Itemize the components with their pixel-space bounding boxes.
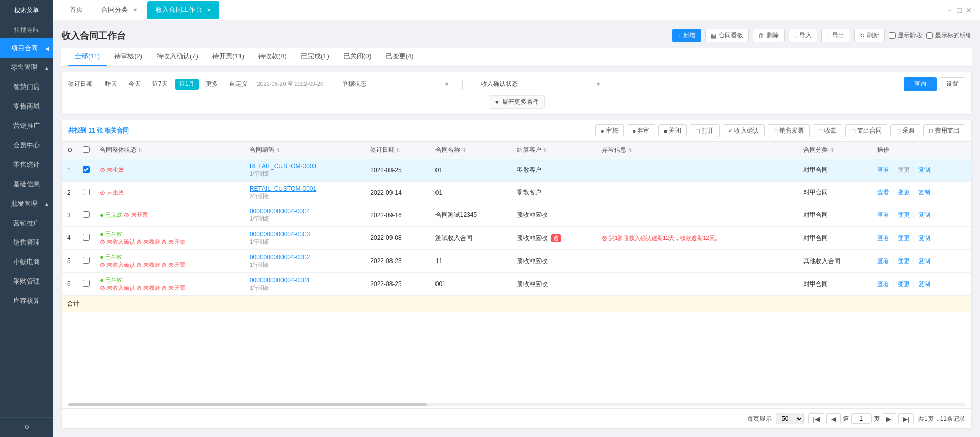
row1-view-btn[interactable]: 查看	[877, 166, 889, 173]
income-confirm-select[interactable]: ▼	[522, 79, 614, 90]
row3-change-btn[interactable]: 变更	[898, 211, 910, 218]
row1-select[interactable]	[83, 166, 90, 173]
date-option-yesterday[interactable]: 昨天	[101, 79, 121, 90]
horizontal-scrollbar[interactable]	[68, 403, 965, 406]
col-exception-header[interactable]: 异常信息	[597, 142, 798, 159]
row1-code-link[interactable]: RETAIL_CUSTOM-0003	[250, 163, 360, 170]
page-first-btn[interactable]: |◀	[808, 413, 824, 424]
sidebar-search[interactable]: 搜索菜单	[0, 0, 53, 21]
row5-view-btn[interactable]: 查看	[877, 257, 889, 265]
sidebar-item-marketing2[interactable]: 营销推广	[0, 213, 53, 233]
purchase-btn[interactable]: ◻ 采购	[890, 124, 920, 137]
col-category-header[interactable]: 合同分类	[798, 142, 872, 159]
status-tab-pending-payment[interactable]: 待收款(8)	[251, 48, 294, 66]
page-prev-btn[interactable]: ◀	[826, 413, 841, 424]
sidebar-item-wholesale-mgmt[interactable]: 批发管理 ▲	[0, 194, 53, 213]
status-tab-all[interactable]: 全部(11)	[68, 48, 107, 66]
sidebar-item-sales-mgmt[interactable]: 销售管理	[0, 233, 53, 252]
row2-copy-btn[interactable]: 复制	[918, 189, 930, 196]
sidebar-item-member[interactable]: 会员中心	[0, 136, 53, 155]
expand-more-btn[interactable]: ▼ 展开更多条件	[489, 95, 545, 109]
tab-contract-type-close[interactable]: ✕	[133, 7, 137, 13]
col-code-header[interactable]: 合同编码	[245, 142, 365, 159]
row2-code-link[interactable]: RETAIL_CUSTOM-0001	[250, 185, 360, 192]
sidebar-item-marketing[interactable]: 营销推广	[0, 116, 53, 136]
status-tab-closed[interactable]: 已关闭(0)	[336, 48, 379, 66]
sidebar-settings[interactable]: ⚙	[0, 417, 53, 437]
row3-code-link[interactable]: 0000000000004-0004	[250, 208, 360, 215]
expense-out-btn[interactable]: ◻ 费用支出	[923, 124, 965, 137]
tab-home[interactable]: 首页	[61, 1, 91, 19]
sidebar-item-retail-mgmt[interactable]: 零售管理 ▲	[0, 58, 53, 77]
query-button[interactable]: 查询	[904, 77, 937, 91]
review-btn[interactable]: ● 审核	[595, 124, 624, 137]
row5-select[interactable]	[83, 257, 90, 264]
date-option-custom[interactable]: 自定义	[225, 79, 252, 90]
sidebar-item-smart-store[interactable]: 智慧门店	[0, 77, 53, 97]
refresh-button[interactable]: ↻ 刷新	[854, 29, 885, 42]
sales-invoice-btn[interactable]: ◻ 销售发票	[768, 124, 810, 137]
sidebar-item-retail-stat[interactable]: 零售统计	[0, 155, 53, 174]
show-fields-checkbox[interactable]	[889, 32, 896, 39]
row3-select[interactable]	[83, 211, 90, 218]
sidebar-quick-nav[interactable]: 快捷导航	[0, 21, 53, 38]
row2-select[interactable]	[83, 189, 90, 195]
show-marks-check[interactable]: 显示标的明细	[926, 31, 972, 40]
row1-checkbox[interactable]	[78, 159, 95, 182]
sidebar-item-ecommerce[interactable]: 小畅电商	[0, 252, 53, 272]
select-all-checkbox[interactable]	[83, 146, 90, 153]
status-tab-pending-review[interactable]: 待审核(2)	[107, 48, 149, 66]
row1-copy-btn[interactable]: 复制	[918, 166, 930, 173]
row5-code-link[interactable]: 0000000000004-0002	[250, 254, 360, 261]
window-close-btn[interactable]: ✕	[966, 6, 972, 14]
sidebar-item-project[interactable]: 项目合同 ◀	[0, 38, 53, 58]
window-maximize-btn[interactable]: □	[957, 6, 962, 14]
add-button[interactable]: + 新增	[672, 29, 701, 42]
abandon-btn[interactable]: ● 弃审	[627, 124, 656, 137]
page-next-btn[interactable]: ▶	[882, 413, 896, 424]
close-btn[interactable]: ■ 关闭	[658, 124, 687, 137]
tab-income-workbench-close[interactable]: ✕	[207, 7, 211, 13]
sidebar-item-retail-mall[interactable]: 零售商城	[0, 97, 53, 116]
row3-checkbox[interactable]	[78, 204, 95, 227]
col-customer-header[interactable]: 结算客户	[512, 142, 597, 159]
doc-status-select[interactable]: ▼	[371, 79, 463, 90]
row3-view-btn[interactable]: 查看	[877, 211, 889, 218]
row3-copy-btn[interactable]: 复制	[918, 211, 930, 218]
row6-checkbox[interactable]	[78, 273, 95, 296]
row5-copy-btn[interactable]: 复制	[918, 257, 930, 265]
income-confirm-btn[interactable]: ✓ 收入确认	[723, 124, 765, 137]
page-size-select[interactable]: 20 50 100	[776, 413, 804, 424]
show-marks-checkbox[interactable]	[926, 32, 933, 39]
delete-button[interactable]: 🗑 删除	[753, 29, 785, 42]
page-number-input[interactable]	[851, 413, 872, 424]
date-option-last7days[interactable]: 近7天	[148, 79, 172, 90]
filter-setting-button[interactable]: 设置	[940, 77, 965, 91]
row4-view-btn[interactable]: 查看	[877, 234, 889, 242]
row2-view-btn[interactable]: 查看	[877, 189, 889, 196]
status-tab-pending-income[interactable]: 待收入确认(7)	[149, 48, 205, 66]
date-option-more[interactable]: 更多	[202, 79, 222, 90]
row6-select[interactable]	[83, 280, 90, 287]
sidebar-item-base-info[interactable]: 基础信息	[0, 174, 53, 194]
row6-code-link[interactable]: 0000000000004-0001	[250, 277, 360, 284]
row4-checkbox[interactable]	[78, 227, 95, 250]
row4-code-link[interactable]: 0000000000004-0003	[250, 231, 360, 238]
date-option-today[interactable]: 今天	[124, 79, 145, 90]
contract-view-button[interactable]: ▦ 合同看板	[705, 29, 749, 42]
row4-copy-btn[interactable]: 复制	[918, 234, 930, 242]
tab-contract-type[interactable]: 合同分类 ✕	[93, 1, 145, 19]
export-button[interactable]: ↑ 导出	[821, 29, 850, 42]
row5-change-btn[interactable]: 变更	[898, 257, 910, 265]
show-fields-check[interactable]: 显示阶段	[889, 31, 922, 40]
row6-change-btn[interactable]: 变更	[898, 280, 910, 288]
row2-checkbox[interactable]	[78, 182, 95, 204]
import-button[interactable]: ↓ 导入	[789, 29, 817, 42]
row4-select[interactable]	[83, 234, 90, 241]
row6-view-btn[interactable]: 查看	[877, 280, 889, 288]
row4-change-btn[interactable]: 变更	[898, 234, 910, 242]
page-last-btn[interactable]: ▶|	[898, 413, 914, 424]
col-status-header[interactable]: 合同整体状态	[95, 142, 245, 159]
sidebar-item-purchase[interactable]: 采购管理	[0, 272, 53, 291]
sidebar-item-inventory[interactable]: 库存核算	[0, 291, 53, 311]
